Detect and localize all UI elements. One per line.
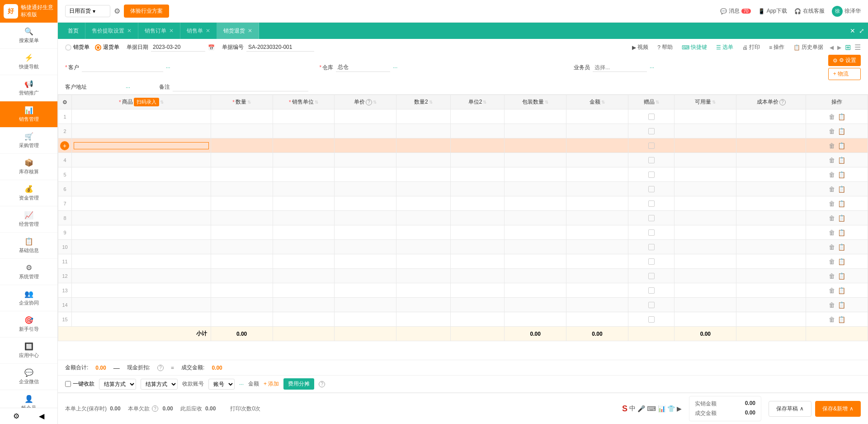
tab-return[interactable]: 销货退货 ✕: [217, 23, 259, 39]
unit-price-cell[interactable]: [335, 138, 396, 153]
operate-btn[interactable]: ≡ 操作: [766, 43, 787, 52]
copy-row-icon[interactable]: 📋: [838, 142, 845, 149]
gift-checkbox[interactable]: [648, 128, 655, 134]
warehouse-input[interactable]: [336, 63, 390, 72]
gift-checkbox[interactable]: [648, 215, 655, 221]
delete-row-icon[interactable]: 🗑: [829, 113, 835, 120]
delete-row-icon[interactable]: 🗑: [829, 157, 835, 164]
th-settings[interactable]: ⚙: [58, 95, 72, 110]
sidebar-item-operations[interactable]: 📈 经营管理: [0, 206, 57, 233]
sidebar-item-inventory[interactable]: 📦 库存核算: [0, 154, 57, 180]
delete-row-icon[interactable]: 🗑: [829, 171, 835, 178]
video-btn[interactable]: ▶ 视频: [629, 43, 651, 52]
tab-sales[interactable]: 销售单 ✕: [180, 23, 217, 39]
copy-row-icon[interactable]: 📋: [838, 128, 845, 135]
customer-dots[interactable]: ···: [166, 64, 170, 71]
amount-cell[interactable]: [566, 138, 628, 153]
cost-price-cell[interactable]: [736, 138, 806, 153]
copy-row-icon[interactable]: 📋: [838, 186, 845, 193]
sidebar-item-finance[interactable]: 💰 资金管理: [0, 180, 57, 206]
delete-row-icon[interactable]: 🗑: [829, 272, 835, 280]
print-btn[interactable]: 🖨 打印: [740, 43, 763, 52]
toolbar-icon-2[interactable]: 🎤: [637, 405, 645, 412]
add-row-btn[interactable]: +: [60, 141, 69, 150]
tab-sales-order[interactable]: 销售订单 ✕: [138, 23, 180, 39]
table-scroll-area[interactable]: ⚙ * 商品 扫码录入 ⇅: [58, 95, 868, 360]
payment-method-select[interactable]: 结算方式: [141, 379, 178, 390]
pack-qty-cell[interactable]: [505, 124, 566, 138]
unit-price-help-icon[interactable]: ?: [366, 99, 372, 105]
copy-row-icon[interactable]: 📋: [838, 272, 845, 280]
one-click-pay-checkbox[interactable]: [65, 381, 71, 387]
history-btn[interactable]: 📋 历史单据: [791, 43, 826, 52]
discount-help-icon[interactable]: ?: [157, 365, 164, 371]
delete-row-icon[interactable]: 🗑: [829, 243, 835, 251]
tab-price-settings[interactable]: 售价提取设置 ✕: [85, 23, 138, 39]
product-cell-active[interactable]: [72, 138, 211, 153]
amount-cell[interactable]: [566, 124, 628, 138]
sidebar-item-marketing[interactable]: 📢 营销推广: [0, 75, 57, 101]
product-input[interactable]: [74, 114, 209, 120]
sidebar-settings-icon[interactable]: ⚙: [13, 412, 19, 420]
tab-home[interactable]: 首页: [61, 23, 85, 39]
note-input[interactable]: [173, 83, 308, 91]
one-click-pay-check[interactable]: 一键收款: [65, 380, 94, 388]
online-service-btn[interactable]: 🎧 在线客服: [794, 7, 825, 15]
copy-row-icon[interactable]: 📋: [838, 171, 845, 178]
delete-row-icon[interactable]: 🗑: [829, 186, 835, 193]
staff-input[interactable]: [593, 63, 647, 72]
shortcut-btn[interactable]: ⌨ 快捷键: [679, 43, 710, 52]
product-cell[interactable]: [72, 124, 211, 138]
calc-method-select[interactable]: 结算方式: [99, 379, 136, 390]
account-select[interactable]: 账号: [208, 379, 235, 390]
customer-input[interactable]: [82, 63, 163, 72]
save-draft-btn[interactable]: 保存草稿 ∧: [769, 401, 811, 417]
nav-next-icon[interactable]: ▶: [837, 44, 841, 51]
gift-checkbox[interactable]: [648, 316, 655, 323]
sidebar-collapse-icon[interactable]: ◀: [39, 412, 44, 420]
copy-row-icon[interactable]: 📋: [838, 316, 845, 323]
gift-checkbox[interactable]: [648, 143, 655, 149]
gift-checkbox[interactable]: [648, 287, 655, 294]
gift-checkbox[interactable]: [648, 172, 655, 178]
save-new-btn[interactable]: 保存&新增 ∧: [815, 401, 861, 417]
sidebar-item-system[interactable]: ⚙ 系统管理: [0, 259, 57, 285]
addr-dots[interactable]: ···: [126, 84, 130, 91]
cost-price-help-icon[interactable]: ?: [779, 99, 786, 105]
doc-no-input[interactable]: [246, 43, 314, 52]
gift-checkbox[interactable]: [648, 273, 655, 279]
copy-row-icon[interactable]: 📋: [838, 200, 845, 207]
scan-btn[interactable]: 扫码录入: [134, 98, 159, 106]
delete-row-icon[interactable]: 🗑: [829, 229, 835, 236]
return-radio[interactable]: 退货单: [95, 43, 119, 51]
topbar-settings-icon[interactable]: ⚙: [114, 7, 120, 15]
available-cell[interactable]: [675, 124, 736, 138]
product-cell[interactable]: [72, 110, 211, 124]
product-input-active[interactable]: [74, 142, 209, 149]
tab-close-icon[interactable]: ✕: [248, 28, 252, 34]
qty-cell[interactable]: [211, 124, 273, 138]
app-download-btn[interactable]: 📱 App下载: [758, 7, 787, 15]
expense-help-icon[interactable]: ?: [319, 381, 325, 387]
gift-checkbox[interactable]: [648, 302, 655, 308]
copy-row-icon[interactable]: 📋: [838, 258, 845, 265]
copy-row-icon[interactable]: 📋: [838, 157, 845, 164]
qty-cell[interactable]: [211, 138, 273, 153]
help-btn[interactable]: ? 帮助: [655, 43, 675, 52]
sidebar-item-shortcuts[interactable]: ⚡ 快捷导航: [0, 49, 57, 75]
date-input[interactable]: [151, 43, 205, 52]
sidebar-item-search[interactable]: 🔍 搜索菜单: [0, 23, 57, 49]
list-view-icon[interactable]: ☰: [854, 43, 861, 52]
available-cell[interactable]: [675, 138, 736, 153]
delete-row-icon[interactable]: 🗑: [829, 200, 835, 207]
gift-checkbox[interactable]: [648, 244, 655, 250]
copy-row-icon[interactable]: 📋: [838, 301, 845, 309]
sidebar-item-purchase[interactable]: 🛒 采购管理: [0, 128, 57, 154]
gift-checkbox[interactable]: [648, 114, 655, 120]
account-dots[interactable]: ···: [239, 381, 244, 387]
gift-checkbox[interactable]: [648, 157, 655, 163]
toolbar-icon-1[interactable]: 中: [629, 405, 636, 413]
cost-price-cell[interactable]: [736, 110, 806, 124]
delete-row-icon[interactable]: 🗑: [829, 301, 835, 309]
sidebar-item-wechat[interactable]: 💬 企业微信: [0, 364, 57, 390]
